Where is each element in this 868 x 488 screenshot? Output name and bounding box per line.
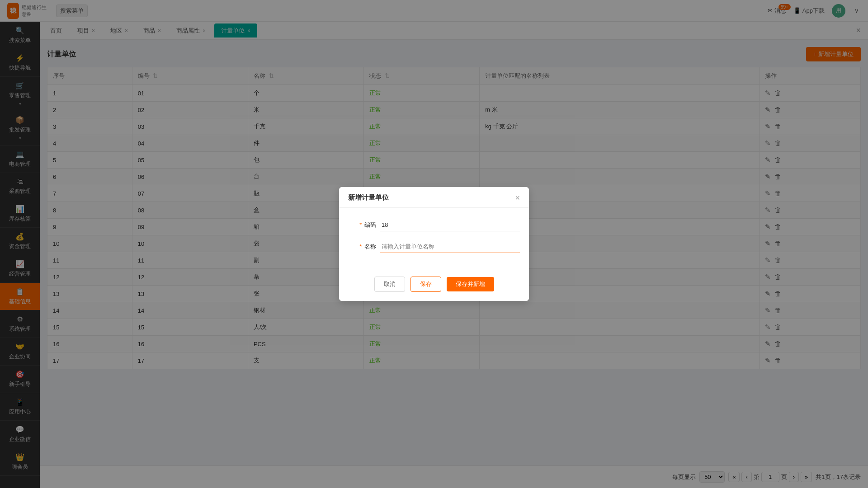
name-label: * 名称	[348, 243, 380, 251]
save-button[interactable]: 保存	[410, 277, 441, 292]
name-form-row: * 名称	[348, 240, 520, 253]
modal-header: 新增计量单位 ×	[339, 187, 529, 208]
save-and-add-button[interactable]: 保存并新增	[447, 277, 494, 291]
required-star: *	[359, 243, 362, 250]
code-form-row: * 编码	[348, 219, 520, 231]
modal-overlay: 新增计量单位 × * 编码 * 名称 取消 保存 保存并新增	[0, 0, 868, 488]
modal-footer: 取消 保存 保存并新增	[339, 271, 529, 301]
modal-body: * 编码 * 名称	[339, 208, 529, 271]
cancel-button[interactable]: 取消	[374, 277, 405, 292]
modal-close-btn[interactable]: ×	[515, 194, 520, 202]
required-star: *	[359, 221, 362, 228]
modal-title: 新增计量单位	[348, 193, 389, 202]
code-label: * 编码	[348, 221, 380, 229]
modal-dialog: 新增计量单位 × * 编码 * 名称 取消 保存 保存并新增	[339, 187, 529, 301]
name-input[interactable]	[380, 240, 520, 253]
code-input[interactable]	[380, 219, 520, 231]
